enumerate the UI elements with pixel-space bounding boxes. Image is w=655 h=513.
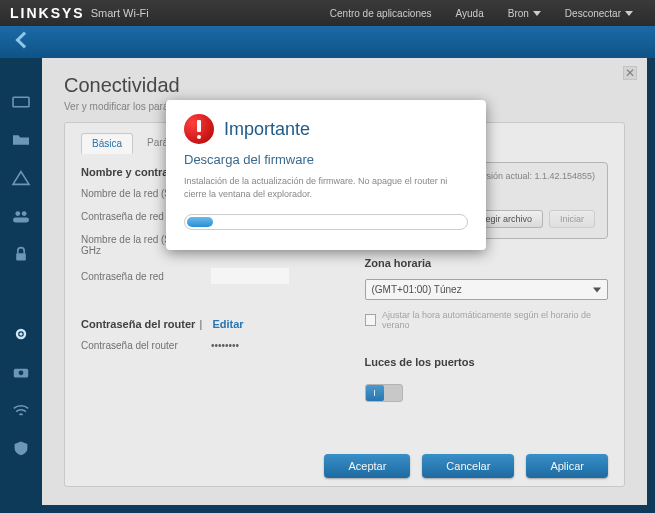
modal-body: Instalación de la actualización de firmw… — [184, 175, 468, 200]
modal-subtitle: Descarga del firmware — [184, 152, 468, 167]
alert-icon — [184, 114, 214, 144]
modal-title: Importante — [224, 119, 310, 140]
progress-fill — [187, 217, 213, 227]
progress-bar — [184, 214, 468, 230]
modal-overlay: Importante Descarga del firmware Instala… — [0, 0, 655, 513]
modal-firmware: Importante Descarga del firmware Instala… — [166, 100, 486, 250]
